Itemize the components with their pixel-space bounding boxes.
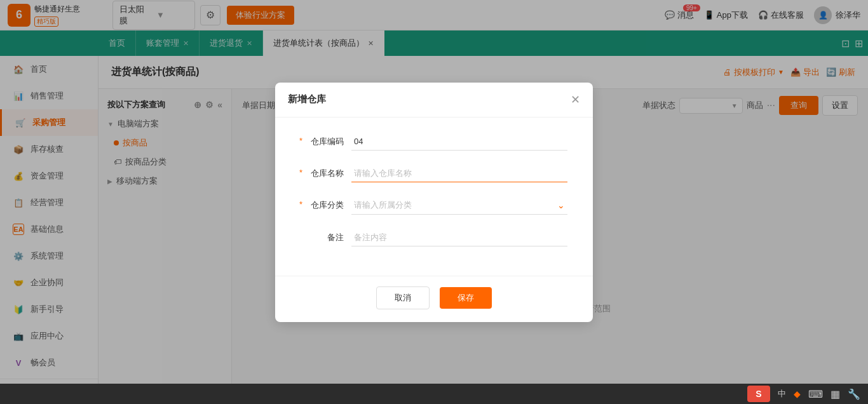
dialog-body: 仓库编码 仓库名称 仓库分类 ⌄ 备注 (275, 118, 593, 276)
form-row-name: 仓库名称 (301, 165, 567, 182)
code-label: 仓库编码 (301, 136, 351, 147)
remark-input[interactable] (351, 229, 567, 246)
dialog-header: 新增仓库 ✕ (275, 83, 593, 118)
name-label: 仓库名称 (301, 168, 351, 179)
code-input[interactable] (351, 133, 567, 151)
category-dropdown-arrow[interactable]: ⌄ (557, 200, 565, 210)
bottom-tools-icon[interactable]: 🔧 (848, 388, 860, 400)
name-input[interactable] (351, 165, 567, 182)
bottom-zhong-label: 中 (778, 388, 786, 400)
category-select-row: ⌄ (351, 196, 567, 215)
form-row-remark: 备注 (301, 229, 567, 246)
dialog-close-button[interactable]: ✕ (571, 93, 580, 107)
dialog-overlay[interactable]: 新增仓库 ✕ 仓库编码 仓库名称 仓库分类 ⌄ (0, 0, 868, 404)
s-brand-icon: S (747, 386, 770, 402)
category-input[interactable] (354, 200, 557, 210)
bottom-bar: S 中 ◆ ⌨ ▦ 🔧 (0, 384, 868, 404)
bottom-grid-icon[interactable]: ▦ (831, 388, 840, 400)
cancel-button[interactable]: 取消 (376, 286, 430, 309)
bottom-keyboard-icon[interactable]: ⌨ (808, 388, 823, 400)
save-button[interactable]: 保存 (440, 287, 492, 309)
dialog-title: 新增仓库 (288, 93, 326, 105)
category-label: 仓库分类 (301, 199, 351, 211)
dialog-footer: 取消 保存 (275, 276, 593, 322)
add-warehouse-dialog: 新增仓库 ✕ 仓库编码 仓库名称 仓库分类 ⌄ (275, 83, 593, 322)
form-row-code: 仓库编码 (301, 133, 567, 151)
form-row-category: 仓库分类 ⌄ (301, 196, 567, 215)
bottom-dot-icon: ◆ (794, 389, 801, 399)
remark-label: 备注 (301, 232, 351, 243)
